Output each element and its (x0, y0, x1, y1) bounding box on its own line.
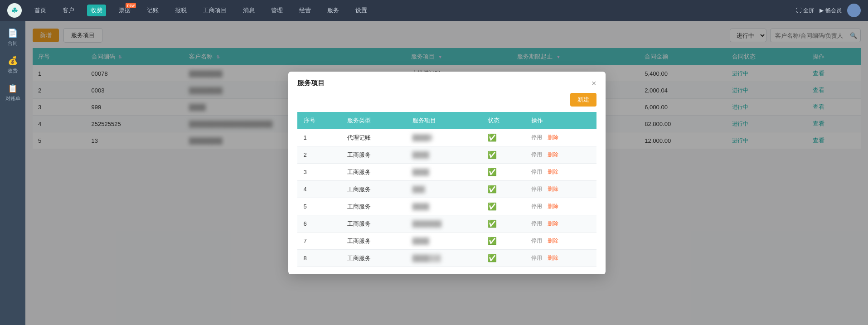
fullscreen-icon: ⛶ (796, 7, 801, 14)
modal-cell-status: ✅ (481, 250, 525, 267)
nav-manage[interactable]: 管理 (267, 5, 286, 16)
modal-table-row: 5 工商服务 ████ ✅ 停用 删除 (297, 198, 596, 215)
nav-fee[interactable]: 收费 (87, 5, 106, 16)
modal-cell-action[interactable]: 停用 删除 (525, 250, 596, 267)
sidebar-label-statement: 对账单 (5, 95, 20, 102)
modal-cell-seq: 1 (297, 129, 341, 146)
app-layout: 📄 合同 💰 收费 📋 对账单 新增 服务项目 进行中 已结束 全部 (0, 21, 868, 325)
modal-cell-seq: 8 (297, 250, 341, 267)
modal-cell-action[interactable]: 停用 删除 (525, 146, 596, 164)
modal-col-type: 服务类型 (341, 112, 406, 129)
nav-invoice[interactable]: 票据 new (115, 5, 134, 16)
modal-cell-status: ✅ (481, 129, 525, 146)
delete-button[interactable]: 删除 (548, 220, 558, 228)
status-check-icon: ✅ (488, 134, 497, 141)
status-check-icon: ✅ (488, 185, 497, 193)
modal-title: 服务项目 (297, 79, 325, 87)
modal-cell-status: ✅ (481, 181, 525, 198)
fee-icon: 💰 (8, 56, 18, 66)
stop-button[interactable]: 停用 (531, 134, 542, 141)
modal-header: 服务项目 × (288, 72, 606, 93)
sidebar-item-fee[interactable]: 💰 收费 (1, 52, 24, 78)
modal-cell-seq: 4 (297, 181, 341, 198)
member-button[interactable]: ▶ 畅会员 (820, 7, 842, 15)
service-items-table: 序号 服务类型 服务项目 状态 操作 1 代理记账 ████1 ✅ 停用 删除 (297, 112, 596, 267)
modal-body: 序号 服务类型 服务项目 状态 操作 1 代理记账 ████1 ✅ 停用 删除 (288, 112, 606, 274)
sidebar-label-contract: 合同 (8, 40, 18, 47)
delete-button[interactable]: 删除 (548, 134, 558, 141)
nav-service[interactable]: 服务 (324, 5, 343, 16)
statement-icon: 📋 (8, 83, 18, 93)
modal-cell-item: ████1 (406, 129, 481, 146)
sidebar-item-contract[interactable]: 📄 合同 (1, 24, 24, 50)
nav-commerce[interactable]: 工商项目 (199, 5, 230, 16)
delete-button[interactable]: 删除 (548, 168, 558, 176)
modal-cell-action[interactable]: 停用 删除 (525, 164, 596, 181)
service-items-modal: 服务项目 × 新建 序号 服务类型 服务项目 状态 (288, 72, 606, 274)
stop-button[interactable]: 停用 (531, 185, 542, 193)
delete-button[interactable]: 删除 (548, 185, 558, 193)
stop-button[interactable]: 停用 (531, 237, 542, 245)
modal-cell-seq: 3 (297, 164, 341, 181)
modal-cell-type: 工商服务 (341, 198, 406, 215)
nav-bookkeeping[interactable]: 记账 (143, 5, 162, 16)
modal-col-action: 操作 (525, 112, 596, 129)
modal-cell-seq: 6 (297, 215, 341, 233)
top-nav-right: ⛶ 全屏 ▶ 畅会员 (796, 4, 861, 17)
modal-table-row: 2 工商服务 ████ ✅ 停用 删除 (297, 146, 596, 164)
modal-cell-seq: 7 (297, 233, 341, 250)
modal-cell-action[interactable]: 停用 删除 (525, 215, 596, 233)
modal-cell-action[interactable]: 停用 删除 (525, 198, 596, 215)
modal-col-seq: 序号 (297, 112, 341, 129)
delete-button[interactable]: 删除 (548, 254, 558, 262)
nav-settings[interactable]: 设置 (352, 5, 371, 16)
nav-home[interactable]: 首页 (31, 5, 50, 16)
stop-button[interactable]: 停用 (531, 168, 542, 176)
modal-cell-status: ✅ (481, 233, 525, 250)
app-logo: ☘ (7, 3, 22, 18)
status-check-icon: ✅ (488, 220, 497, 228)
modal-cell-status: ✅ (481, 215, 525, 233)
modal-cell-type: 工商服务 (341, 146, 406, 164)
modal-cell-status: ✅ (481, 198, 525, 215)
modal-cell-type: 工商服务 (341, 164, 406, 181)
nav-tax[interactable]: 报税 (171, 5, 190, 16)
delete-button[interactable]: 删除 (548, 151, 558, 159)
modal-cell-type: 代理记账 (341, 129, 406, 146)
stop-button[interactable]: 停用 (531, 151, 542, 159)
modal-table-row: 4 工商服务 ███ ✅ 停用 删除 (297, 181, 596, 198)
stop-button[interactable]: 停用 (531, 220, 542, 228)
user-avatar[interactable] (847, 4, 861, 17)
nav-message[interactable]: 消息 (239, 5, 258, 16)
status-check-icon: ✅ (488, 203, 497, 210)
modal-cell-seq: 5 (297, 198, 341, 215)
modal-close-button[interactable]: × (592, 79, 596, 87)
status-check-icon: ✅ (488, 237, 497, 245)
modal-cell-type: 工商服务 (341, 215, 406, 233)
stop-button[interactable]: 停用 (531, 254, 542, 262)
modal-cell-action[interactable]: 停用 删除 (525, 129, 596, 146)
fullscreen-button[interactable]: ⛶ 全屏 (796, 7, 814, 15)
modal-new-button[interactable]: 新建 (570, 93, 596, 107)
modal-cell-item: ████ (406, 146, 481, 164)
modal-cell-type: 工商服务 (341, 250, 406, 267)
sidebar-label-fee: 收费 (8, 68, 18, 74)
modal-table-row: 8 工商服务 ████注册 ✅ 停用 删除 (297, 250, 596, 267)
modal-col-item: 服务项目 (406, 112, 481, 129)
delete-button[interactable]: 删除 (548, 237, 558, 245)
top-nav: ☘ 首页 客户 收费 票据 new 记账 报税 工商项目 消息 管理 经营 服务… (0, 0, 868, 21)
modal-cell-status: ✅ (481, 146, 525, 164)
nav-client[interactable]: 客户 (59, 5, 78, 16)
sidebar-item-statement[interactable]: 📋 对账单 (1, 80, 24, 106)
modal-cell-type: 工商服务 (341, 233, 406, 250)
contract-icon: 📄 (8, 28, 18, 38)
modal-cell-item: ███ (406, 181, 481, 198)
modal-cell-action[interactable]: 停用 删除 (525, 233, 596, 250)
sidebar: 📄 合同 💰 收费 📋 对账单 (0, 21, 25, 325)
delete-button[interactable]: 删除 (548, 203, 558, 210)
modal-cell-action[interactable]: 停用 删除 (525, 181, 596, 198)
stop-button[interactable]: 停用 (531, 203, 542, 210)
modal-cell-item: ████ (406, 198, 481, 215)
modal-cell-item: ████ (406, 164, 481, 181)
nav-operation[interactable]: 经营 (296, 5, 315, 16)
